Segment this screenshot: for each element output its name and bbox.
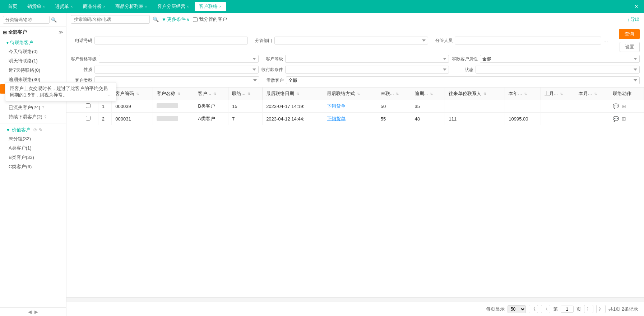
edit-value-icon[interactable]: ✎ bbox=[39, 127, 43, 133]
nav-tab-analysis[interactable]: 商品分析 × bbox=[79, 2, 110, 11]
dept-select[interactable] bbox=[274, 37, 428, 44]
last-page-button[interactable]: 》 bbox=[596, 305, 606, 313]
query-button[interactable]: 查询 bbox=[619, 29, 640, 39]
filter-row-3: 性质 收付款条件 状态 bbox=[71, 66, 640, 74]
filter-search-input[interactable] bbox=[71, 15, 150, 24]
close-sales-icon[interactable]: × bbox=[43, 4, 45, 9]
row-checkbox[interactable] bbox=[82, 113, 98, 125]
filter-search-button[interactable]: 🔍 bbox=[153, 16, 159, 22]
grid-icon: ⊞ bbox=[3, 30, 7, 35]
page-size-select[interactable]: 50 10 20 100 bbox=[508, 305, 526, 313]
nav-tab-sales[interactable]: 销货单 × bbox=[23, 2, 49, 11]
nav-tab-customer-contact[interactable]: 客户联络 × bbox=[195, 2, 226, 11]
close-all-tabs[interactable]: × bbox=[632, 3, 640, 10]
filter-retail-attr-cell: 零散客户属性 全部 bbox=[452, 55, 640, 63]
price-level-select[interactable] bbox=[99, 55, 259, 63]
col-this-year[interactable]: 本年... ⇅ bbox=[505, 88, 541, 100]
col-uncontacted[interactable]: 未联... ⇅ bbox=[377, 88, 411, 100]
col-customer-name[interactable]: 客户名称 ⇅ bbox=[153, 88, 194, 100]
row-checkbox-input[interactable] bbox=[86, 116, 91, 121]
customer-type-select[interactable] bbox=[94, 76, 259, 84]
close-customer-contact-icon[interactable]: × bbox=[219, 4, 221, 9]
row-overdue: 35 bbox=[411, 100, 445, 113]
status-select[interactable] bbox=[476, 66, 640, 74]
filter-row-4: 客户类型 零散客户 全部 bbox=[71, 76, 640, 84]
row-checkbox[interactable] bbox=[82, 100, 98, 113]
phone-input[interactable] bbox=[94, 37, 248, 44]
grid-action-icon[interactable]: ⊞ bbox=[622, 103, 626, 109]
col-unit-contact[interactable]: 往来单位联系人 ⇅ bbox=[445, 88, 505, 100]
first-page-button[interactable]: 《 bbox=[529, 305, 538, 313]
next-page-button[interactable]: 〉 bbox=[584, 305, 593, 313]
sidebar-search-icon[interactable]: 🔍 bbox=[51, 17, 57, 23]
col-last-contact-method[interactable]: 最后联络方式 ⇅ bbox=[323, 88, 377, 100]
export-button[interactable]: ↑ 导出 bbox=[627, 16, 640, 23]
my-customer-checkbox[interactable] bbox=[193, 17, 198, 22]
sidebar-item-c-class[interactable]: C类客户(6) bbox=[0, 162, 66, 171]
col-overdue[interactable]: 逾期... ⇅ bbox=[411, 88, 445, 100]
row-last-contact-method[interactable]: 下销货单 bbox=[323, 113, 377, 125]
main-layout: 🔍 ⊞ 全部客户 ≫ ▼ 待联络客户 今天待联络(0) 明天待联络(1) 近7天… bbox=[0, 13, 644, 316]
payment-select[interactable] bbox=[285, 66, 449, 74]
retail-customer-select[interactable]: 全部 bbox=[286, 76, 640, 84]
nav-tab-customer-layer[interactable]: 客户分层经营 × bbox=[153, 2, 193, 11]
sidebar-item-declining[interactable]: 持续下滑客户(2) ? bbox=[0, 112, 66, 122]
row-customer-type: A类客户 bbox=[194, 113, 228, 125]
customer-level-select[interactable] bbox=[285, 55, 449, 63]
close-analysis-list-icon[interactable]: × bbox=[145, 4, 147, 9]
sidebar-item-a-class[interactable]: A类客户(1) bbox=[0, 143, 66, 153]
col-contact[interactable]: 联络... ⇅ bbox=[228, 88, 263, 100]
col-last-contact-date[interactable]: 最后联络日期 ⇅ bbox=[263, 88, 323, 100]
horizontal-scrollbar[interactable] bbox=[66, 297, 644, 302]
table-row: 2 000031 A类客户 7 2023-04-12 14:44: 下销货单 5… bbox=[66, 113, 644, 125]
filter-row-1: 电话号码 分管部门 分管人员 ... 查询 设置 bbox=[71, 29, 640, 52]
col-this-month[interactable]: 本月... ⇅ bbox=[575, 88, 609, 100]
chat-icon[interactable]: 💬 bbox=[613, 116, 619, 122]
col-last-month[interactable]: 上月... ⇅ bbox=[541, 88, 575, 100]
sort-overdue-icon: ⇅ bbox=[430, 92, 433, 96]
refresh-icon[interactable]: ⟳ bbox=[33, 127, 37, 133]
col-customer-type[interactable]: 客户... ⇅ bbox=[194, 88, 228, 100]
chat-icon[interactable]: 💬 bbox=[613, 103, 619, 109]
close-customer-layer-icon[interactable]: × bbox=[187, 4, 189, 9]
retail-attr-select[interactable]: 全部 bbox=[480, 55, 640, 63]
sidebar-bottom[interactable]: ◀ ▶ bbox=[0, 307, 66, 316]
sidebar-item-unclassified[interactable]: 未分组(32) bbox=[0, 134, 66, 143]
row-settings bbox=[66, 100, 82, 113]
sidebar-item-7days[interactable]: 近7天待联络(0) bbox=[0, 66, 66, 75]
declining-help-icon[interactable]: ? bbox=[44, 115, 46, 119]
sidebar-item-tomorrow[interactable]: 明天待联络(1) bbox=[0, 56, 66, 66]
settings-button[interactable]: 设置 bbox=[620, 42, 640, 52]
col-customer-code[interactable]: 客户编码 ⇅ bbox=[112, 88, 153, 100]
prev-page-button[interactable]: 〈 bbox=[541, 305, 550, 313]
sidebar-item-lost[interactable]: 已流失客户(24) ? bbox=[0, 103, 66, 112]
lost-help-icon[interactable]: ? bbox=[42, 105, 44, 110]
all-customers-header[interactable]: ⊞ 全部客户 ≫ bbox=[0, 27, 66, 38]
sort-method-icon: ⇅ bbox=[357, 92, 360, 96]
page-number-input[interactable] bbox=[561, 306, 574, 313]
gender-select[interactable] bbox=[94, 66, 259, 74]
payment-label: 收付款条件 bbox=[261, 67, 283, 73]
nav-tab-home[interactable]: 首页 bbox=[4, 2, 22, 11]
close-purchase-icon[interactable]: × bbox=[70, 4, 73, 9]
grid-action-icon[interactable]: ⊞ bbox=[622, 116, 626, 122]
sidebar-item-today[interactable]: 今天待联络(0) bbox=[0, 47, 66, 56]
person-more-icon[interactable]: ... bbox=[603, 37, 608, 44]
my-customer-checkbox-label[interactable]: 我分管的客户 bbox=[193, 16, 227, 23]
close-analysis-icon[interactable]: × bbox=[103, 4, 105, 9]
sidebar: 🔍 ⊞ 全部客户 ≫ ▼ 待联络客户 今天待联络(0) 明天待联络(1) 近7天… bbox=[0, 13, 66, 316]
more-conditions-button[interactable]: ▼ 更多条件 ∨ bbox=[162, 16, 190, 23]
nav-tab-purchase[interactable]: 进货单 × bbox=[51, 2, 77, 11]
nav-tab-analysis-list[interactable]: 商品分析列表 × bbox=[111, 2, 151, 11]
sort-date-icon: ⇅ bbox=[296, 92, 299, 96]
tooltip-close[interactable]: ... bbox=[108, 92, 112, 97]
row-settings bbox=[66, 113, 82, 125]
sort-this-month-icon: ⇅ bbox=[594, 92, 597, 96]
row-last-contact-method[interactable]: 下销货单 bbox=[323, 100, 377, 113]
sort-uncontacted-icon: ⇅ bbox=[396, 92, 399, 96]
sidebar-collapse-btn[interactable]: ≫ bbox=[59, 30, 63, 35]
sidebar-search-input[interactable] bbox=[3, 16, 50, 24]
person-input[interactable] bbox=[455, 37, 601, 44]
row-checkbox-input[interactable] bbox=[86, 103, 91, 108]
sidebar-item-b-class[interactable]: B类客户(33) bbox=[0, 153, 66, 162]
